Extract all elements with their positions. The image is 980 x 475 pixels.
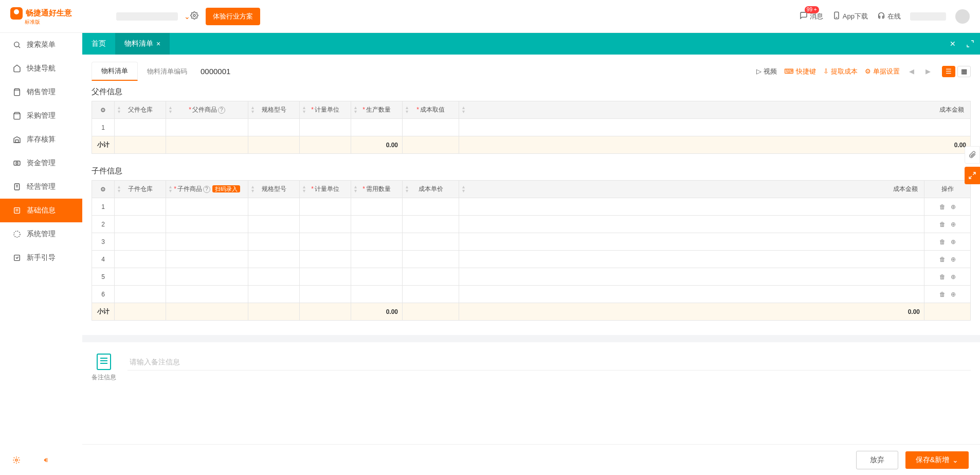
- col-parent-costmode[interactable]: ▴▾*成本取值: [403, 101, 459, 119]
- add-row-icon[interactable]: ⊕: [951, 221, 956, 228]
- cell[interactable]: [351, 233, 403, 251]
- cell[interactable]: [115, 286, 166, 303]
- cell[interactable]: [351, 286, 403, 303]
- view-list-icon[interactable]: ☰: [942, 66, 955, 77]
- messages-link[interactable]: 消息 99 +: [800, 11, 823, 21]
- tab-home[interactable]: 首页: [82, 33, 115, 55]
- subtab-bom[interactable]: 物料清单: [92, 62, 138, 81]
- cell[interactable]: [351, 251, 403, 268]
- view-grid-icon[interactable]: ▦: [957, 66, 971, 77]
- col-child-amount[interactable]: ▴▾成本金额: [459, 181, 924, 198]
- delete-icon[interactable]: 🗑: [939, 203, 946, 210]
- table-row[interactable]: 3🗑⊕: [92, 233, 971, 251]
- cell[interactable]: [459, 268, 924, 286]
- cell[interactable]: [115, 119, 166, 136]
- cell[interactable]: [403, 216, 459, 233]
- tab-bom[interactable]: 物料清单 ×: [115, 33, 170, 55]
- help-icon[interactable]: ?: [203, 186, 210, 193]
- cell[interactable]: [403, 286, 459, 303]
- sidebar-item-inventory[interactable]: 库存核算: [0, 128, 82, 151]
- cell[interactable]: [248, 251, 300, 268]
- scan-tag[interactable]: 扫码录入: [212, 185, 240, 192]
- cell[interactable]: [115, 268, 166, 286]
- col-gear[interactable]: ⚙: [92, 181, 115, 198]
- add-row-icon[interactable]: ⊕: [951, 291, 956, 298]
- cell[interactable]: [166, 233, 248, 251]
- doc-setting-link[interactable]: ⚙单据设置: [865, 67, 900, 76]
- sidebar-gear-icon[interactable]: [12, 456, 21, 466]
- support-link[interactable]: 在线: [877, 11, 901, 21]
- col-gear[interactable]: ⚙: [92, 101, 115, 119]
- cell[interactable]: [403, 119, 459, 136]
- cell[interactable]: [403, 268, 459, 286]
- cell[interactable]: [300, 233, 351, 251]
- save-new-button[interactable]: 保存&新增 ⌄: [905, 451, 969, 469]
- cell[interactable]: [115, 251, 166, 268]
- delete-icon[interactable]: 🗑: [939, 221, 946, 228]
- shortcut-link[interactable]: ⌨快捷键: [784, 67, 816, 76]
- remark-input[interactable]: [128, 354, 971, 371]
- cell[interactable]: [351, 198, 403, 216]
- sidebar-item-basedata[interactable]: 基础信息: [0, 199, 82, 222]
- col-child-product[interactable]: ▴▾*子件商品?扫码录入: [166, 181, 248, 198]
- delete-icon[interactable]: 🗑: [939, 256, 946, 263]
- close-icon[interactable]: ×: [156, 40, 160, 48]
- company-selector[interactable]: ⌄: [116, 12, 190, 21]
- discard-button[interactable]: 放弃: [856, 451, 898, 469]
- sidebar-item-newbie[interactable]: 新手引导: [0, 246, 82, 270]
- avatar[interactable]: [955, 9, 970, 24]
- delete-icon[interactable]: 🗑: [939, 291, 946, 298]
- table-row[interactable]: 4🗑⊕: [92, 251, 971, 268]
- col-child-spec[interactable]: ▴▾规格型号: [248, 181, 300, 198]
- cell[interactable]: [166, 216, 248, 233]
- prev-icon[interactable]: ◀: [907, 67, 916, 75]
- sidebar-item-sales[interactable]: 销售管理: [0, 80, 82, 104]
- cell[interactable]: [248, 268, 300, 286]
- cell[interactable]: [351, 268, 403, 286]
- table-row[interactable]: 1🗑⊕: [92, 198, 971, 216]
- sidebar-item-funds[interactable]: 资金管理: [0, 151, 82, 175]
- table-row[interactable]: 5🗑⊕: [92, 268, 971, 286]
- cell[interactable]: [248, 198, 300, 216]
- cell[interactable]: [403, 233, 459, 251]
- col-parent-uom[interactable]: ▴▾*计量单位: [300, 101, 351, 119]
- cell[interactable]: [351, 119, 403, 136]
- cell[interactable]: [115, 233, 166, 251]
- help-icon[interactable]: ?: [218, 107, 225, 114]
- cell[interactable]: [166, 119, 248, 136]
- col-parent-warehouse[interactable]: ▴▾父件仓库: [115, 101, 166, 119]
- extract-cost-link[interactable]: ⇩提取成本: [823, 67, 858, 76]
- delete-icon[interactable]: 🗑: [939, 238, 946, 245]
- cell[interactable]: [248, 119, 300, 136]
- col-child-unitcost[interactable]: ▴▾成本单价: [403, 181, 459, 198]
- cell[interactable]: [166, 286, 248, 303]
- sidebar-item-purchase[interactable]: 采购管理: [0, 104, 82, 128]
- video-link[interactable]: ▷视频: [756, 67, 777, 76]
- tab-fullscreen-icon[interactable]: [963, 36, 978, 51]
- sidebar-item-operation[interactable]: 经营管理: [0, 175, 82, 199]
- sidebar-item-quicknav[interactable]: 快捷导航: [0, 57, 82, 80]
- cell[interactable]: [300, 216, 351, 233]
- col-parent-spec[interactable]: ▴▾规格型号: [248, 101, 300, 119]
- col-parent-amount[interactable]: ▴▾成本金额: [459, 101, 971, 119]
- cell[interactable]: [403, 251, 459, 268]
- cell[interactable]: [403, 198, 459, 216]
- add-row-icon[interactable]: ⊕: [951, 256, 956, 263]
- cell[interactable]: [166, 251, 248, 268]
- cell[interactable]: [166, 198, 248, 216]
- table-row[interactable]: 6🗑⊕: [92, 286, 971, 303]
- sidebar-item-system[interactable]: 系统管理: [0, 222, 82, 246]
- cell[interactable]: [115, 216, 166, 233]
- app-download-link[interactable]: App下载: [832, 11, 868, 21]
- delete-icon[interactable]: 🗑: [939, 273, 946, 280]
- cell[interactable]: [459, 233, 924, 251]
- cell[interactable]: [351, 216, 403, 233]
- col-parent-qty[interactable]: ▴▾*生产数量: [351, 101, 403, 119]
- cell[interactable]: [300, 119, 351, 136]
- cell[interactable]: [459, 119, 971, 136]
- cell[interactable]: [248, 233, 300, 251]
- col-child-uom[interactable]: ▴▾*计量单位: [300, 181, 351, 198]
- tab-close-all-icon[interactable]: ✕: [945, 36, 960, 51]
- col-child-warehouse[interactable]: ▴▾子件仓库: [115, 181, 166, 198]
- add-row-icon[interactable]: ⊕: [951, 238, 956, 245]
